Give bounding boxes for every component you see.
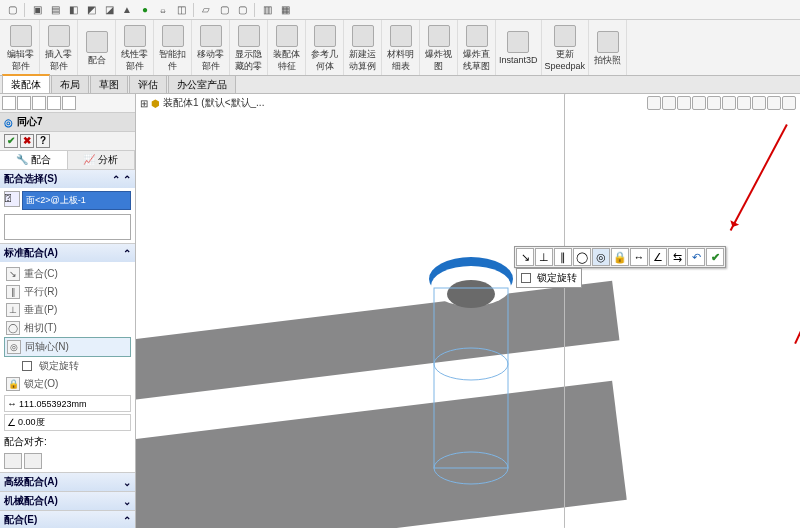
pm-ok-button[interactable]: ✔: [4, 134, 18, 148]
mate-concentric[interactable]: ◎同轴心(N): [4, 337, 131, 357]
pm-title-bar: ◎ 同心7: [0, 113, 135, 132]
section-collapse-icon[interactable]: ⌃: [123, 248, 131, 259]
appearance-icon[interactable]: [752, 96, 766, 110]
cmd-bom[interactable]: 材料明细表: [382, 20, 420, 75]
cmd-reference-geometry[interactable]: 参考几何体: [306, 20, 344, 75]
prev-view-icon[interactable]: [677, 96, 691, 110]
mate-parallel[interactable]: ∥平行(R): [4, 283, 131, 301]
ctx-coincident-button[interactable]: ↘: [516, 248, 534, 266]
fm-tab-icon[interactable]: [62, 96, 76, 110]
view-orientation-icon[interactable]: [707, 96, 721, 110]
ctx-parallel-button[interactable]: ∥: [554, 248, 572, 266]
mate-icon: [86, 31, 108, 53]
ctx-undo-button[interactable]: ↶: [687, 248, 705, 266]
section-collapse-icon[interactable]: ⌃ ⌃: [112, 174, 131, 185]
section-header[interactable]: 配合选择(S) ⌃ ⌃: [0, 170, 135, 188]
ctx-ok-button[interactable]: ✔: [706, 248, 724, 266]
cmd-mate[interactable]: 配合: [78, 20, 116, 75]
cmd-show-hidden[interactable]: 显示隐藏的零: [230, 20, 268, 75]
section-header[interactable]: 配合(E) ⌃: [0, 511, 135, 528]
ctx-distance-button[interactable]: ↔: [630, 248, 648, 266]
ctx-angle-button[interactable]: ∠: [649, 248, 667, 266]
section-collapse-icon[interactable]: ⌄: [123, 496, 131, 507]
tab-evaluate[interactable]: 评估: [129, 75, 167, 93]
cmd-explode-line-sketch[interactable]: 爆炸直线草图: [458, 20, 496, 75]
tab-layout[interactable]: 布局: [51, 75, 89, 93]
angle-field[interactable]: [18, 418, 98, 428]
cmd-snapshot[interactable]: 拍快照: [589, 20, 627, 75]
align-anti-button[interactable]: [24, 453, 42, 469]
lock-rotation-checkbox[interactable]: 锁定旋转: [4, 357, 131, 375]
qa-icon[interactable]: ◪: [101, 2, 117, 18]
pm-cancel-button[interactable]: ✖: [20, 134, 34, 148]
section-collapse-icon[interactable]: ⌄: [123, 477, 131, 488]
qa-icon[interactable]: ▦: [277, 2, 293, 18]
fm-tab-icon[interactable]: [2, 96, 16, 110]
zoom-area-icon[interactable]: [662, 96, 676, 110]
qa-icon[interactable]: ▱: [198, 2, 214, 18]
ctx-lock-rotation-checkbox[interactable]: 锁定旋转: [516, 268, 582, 288]
mate-tangent[interactable]: ◯相切(T): [4, 319, 131, 337]
mate-coincident[interactable]: ↘重合(C): [4, 265, 131, 283]
graphics-area[interactable]: ⊞ ⬢ 装配体1 (默认<默认_...: [136, 94, 800, 528]
section-view-icon[interactable]: [692, 96, 706, 110]
qa-icon[interactable]: ◧: [65, 2, 81, 18]
section-header[interactable]: 标准配合(A) ⌃: [0, 244, 135, 262]
scene-icon[interactable]: [767, 96, 781, 110]
qa-icon[interactable]: ▢: [4, 2, 20, 18]
cmd-assembly-feature[interactable]: 装配体特征: [268, 20, 306, 75]
cmd-linear-pattern[interactable]: 线性零部件: [116, 20, 154, 75]
cmd-edit-component[interactable]: 编辑零部件: [2, 20, 40, 75]
section-header[interactable]: 高级配合(A) ⌄: [0, 473, 135, 491]
flyout-tree[interactable]: ⊞ ⬢ 装配体1 (默认<默认_...: [140, 96, 264, 110]
ctx-lock-button[interactable]: 🔒: [611, 248, 629, 266]
tab-assembly[interactable]: 装配体: [2, 74, 50, 93]
cmd-update-speedpak[interactable]: 更新Speedpak: [542, 20, 590, 75]
cmd-insert-component[interactable]: 插入零部件: [40, 20, 78, 75]
qa-icon[interactable]: ◩: [83, 2, 99, 18]
cmd-move-component[interactable]: 移动零部件: [192, 20, 230, 75]
cmd-label: 部件: [50, 61, 68, 71]
ctx-flip-button[interactable]: ⇆: [668, 248, 686, 266]
qa-icon[interactable]: ▲: [119, 2, 135, 18]
ctx-perpendicular-button[interactable]: ⊥: [535, 248, 553, 266]
pm-subtab-analysis[interactable]: 📈 分析: [68, 151, 136, 169]
qa-icon[interactable]: ▥: [259, 2, 275, 18]
view-settings-icon[interactable]: [782, 96, 796, 110]
zoom-fit-icon[interactable]: [647, 96, 661, 110]
angle-input[interactable]: ∠: [4, 414, 131, 431]
align-same-button[interactable]: [4, 453, 22, 469]
pm-subtab-mate[interactable]: 🔧 配合: [0, 151, 68, 169]
ctx-concentric-button[interactable]: ◎: [592, 248, 610, 266]
cmd-new-motion-study[interactable]: 新建运动算例: [344, 20, 382, 75]
qa-icon[interactable]: ●: [137, 2, 153, 18]
distance-input[interactable]: ↔: [4, 395, 131, 412]
section-collapse-icon[interactable]: ⌃: [123, 515, 131, 526]
display-style-icon[interactable]: [722, 96, 736, 110]
selected-face[interactable]: 面<2>@上板-1: [22, 191, 131, 210]
ctx-tangent-button[interactable]: ◯: [573, 248, 591, 266]
mate-lock[interactable]: 🔒锁定(O): [4, 375, 131, 393]
fm-tab-icon[interactable]: [47, 96, 61, 110]
distance-field[interactable]: [19, 399, 99, 409]
fm-tab-icon[interactable]: [17, 96, 31, 110]
tab-sketch[interactable]: 草图: [90, 75, 128, 93]
pm-help-button[interactable]: ?: [36, 134, 50, 148]
qa-icon[interactable]: ◫: [173, 2, 189, 18]
fm-tab-icon[interactable]: [32, 96, 46, 110]
cmd-exploded-view[interactable]: 爆炸视图: [420, 20, 458, 75]
selection-list[interactable]: [4, 214, 131, 240]
tab-office-products[interactable]: 办公室产品: [168, 75, 236, 93]
qa-icon[interactable]: ▢: [234, 2, 250, 18]
cmd-instant3d[interactable]: Instant3D: [496, 20, 542, 75]
qa-icon[interactable]: ▤: [47, 2, 63, 18]
section-header[interactable]: 机械配合(A) ⌄: [0, 492, 135, 510]
hide-show-icon[interactable]: [737, 96, 751, 110]
qa-icon[interactable]: ▣: [29, 2, 45, 18]
qa-icon[interactable]: ▢: [216, 2, 232, 18]
tree-expand-icon[interactable]: ⊞: [140, 98, 148, 109]
qa-icon[interactable]: ⏛: [155, 2, 171, 18]
mate-perpendicular[interactable]: ⊥垂直(P): [4, 301, 131, 319]
selection-filter-icon[interactable]: ⍰: [4, 191, 20, 207]
cmd-smart-fastener[interactable]: 智能扣件: [154, 20, 192, 75]
